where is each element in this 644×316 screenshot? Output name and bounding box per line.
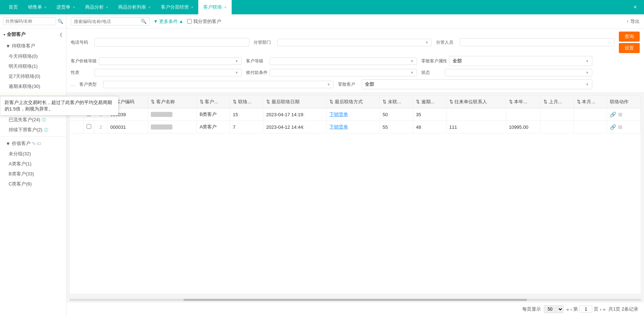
- close-all-button[interactable]: ×: [630, 4, 640, 10]
- close-product-list-icon[interactable]: ×: [148, 5, 150, 9]
- nav-sales-order[interactable]: 销售单 ×: [23, 0, 51, 14]
- page-input[interactable]: [579, 306, 592, 313]
- close-purchase-order-icon[interactable]: ×: [73, 5, 75, 9]
- nav-home[interactable]: 首页: [4, 0, 23, 14]
- search-wrap[interactable]: 🔍: [71, 17, 150, 25]
- nav-customer-contact[interactable]: 客户联络 ×: [198, 0, 231, 14]
- nav-customer-tier[interactable]: 客户分层经营 ×: [156, 0, 198, 14]
- query-button[interactable]: 查询: [619, 32, 640, 42]
- nav-product-analysis[interactable]: 商品分析 ×: [80, 0, 113, 14]
- sidebar-search-icon[interactable]: 🔍: [57, 19, 63, 24]
- page-size-select[interactable]: 50 20 100: [544, 305, 564, 313]
- scroll-thumb[interactable]: [184, 299, 527, 301]
- top-navigation: 首页 销售单 × 进货单 × 商品分析 × 商品分析列表 × 客户分层经营 × …: [0, 0, 644, 14]
- all-customers-section[interactable]: ▪ 全部客户 ❮: [0, 28, 66, 41]
- horizontal-scrollbar[interactable]: [66, 297, 644, 302]
- close-customer-contact-icon[interactable]: ×: [224, 5, 226, 9]
- filter-row-1: 电话号码 分管部门 ▼ 分管人员 ···: [71, 32, 640, 53]
- export-icon: ↑: [627, 19, 629, 24]
- first-page-btn[interactable]: «: [566, 307, 569, 312]
- customer-level-select[interactable]: ▼: [270, 57, 417, 65]
- export-button[interactable]: ↑ 导出: [627, 18, 640, 25]
- tag-icon[interactable]: 🏷: [37, 141, 41, 146]
- prev-page-btn[interactable]: ‹: [570, 307, 572, 312]
- overdue-no-contact[interactable]: 逾期未联络(30): [0, 81, 66, 91]
- status-select[interactable]: ▼: [445, 69, 592, 76]
- row2-more-icon[interactable]: ⊞: [618, 124, 622, 130]
- search-input[interactable]: [74, 19, 139, 24]
- row2-action-icons: 🔗 ⊞: [610, 124, 638, 130]
- row1-name-blurred: [151, 112, 172, 117]
- year-col-header[interactable]: ⇅ 本年...: [506, 96, 540, 108]
- edit-icon[interactable]: ✎: [32, 141, 36, 146]
- price-level-select[interactable]: ▼: [99, 57, 242, 65]
- dots-expand[interactable]: ...: [71, 81, 75, 87]
- close-product-analysis-icon[interactable]: ×: [106, 5, 108, 9]
- last-month-col-header[interactable]: ⇅ 上月...: [541, 96, 574, 108]
- company-contact-col-header[interactable]: ⇅ 往来单位联系人: [446, 96, 506, 108]
- close-sales-order-icon[interactable]: ×: [44, 5, 46, 9]
- my-customer-checkbox-wrap[interactable]: 我分管的客户: [187, 18, 221, 25]
- today-pending[interactable]: 今天待联络(0): [0, 51, 66, 61]
- this-month-col-header[interactable]: ⇅ 本月...: [574, 96, 607, 108]
- payment-select[interactable]: ▼: [270, 69, 417, 76]
- class-b-customers[interactable]: B类客户(33): [0, 169, 66, 179]
- search-icon[interactable]: 🔍: [141, 19, 147, 24]
- last-page-btn[interactable]: »: [603, 307, 606, 312]
- row2-link-icon[interactable]: 🔗: [610, 124, 616, 130]
- row2-select-checkbox[interactable]: [87, 124, 91, 129]
- row2-last-method[interactable]: 下销货单: [326, 121, 379, 133]
- info-icon-3[interactable]: ⓘ: [42, 118, 46, 122]
- person-select[interactable]: ···: [460, 38, 615, 46]
- more-conditions-btn[interactable]: ▼ 更多条件 ▲: [153, 18, 184, 25]
- row2-this-month: [574, 121, 607, 133]
- my-customer-checkbox[interactable]: [187, 19, 192, 24]
- scroll-track[interactable]: [69, 299, 641, 301]
- collapse-icon[interactable]: ❮: [59, 32, 62, 37]
- pending-contact-group[interactable]: ▼ 待联络客户: [0, 41, 66, 51]
- person-dots-icon[interactable]: ···: [608, 40, 611, 44]
- not-contacted-col-header[interactable]: ⇅ 未联...: [380, 96, 413, 108]
- row2-checkbox[interactable]: [84, 121, 94, 133]
- nav-purchase-order[interactable]: 进货单 ×: [51, 0, 80, 14]
- ungrouped[interactable]: 未分组(32): [0, 149, 66, 159]
- week-pending[interactable]: 近7天待联络(0): [0, 71, 66, 81]
- next-page-btn[interactable]: ›: [600, 307, 601, 312]
- tomorrow-pending[interactable]: 明天待联络(1): [0, 61, 66, 71]
- sidebar-search-bar[interactable]: 🔍: [0, 14, 66, 28]
- declining-customers[interactable]: 持续下滑客户(2) ⓘ: [0, 125, 66, 135]
- type-col-header[interactable]: ⇅ 客户...: [196, 96, 230, 108]
- overdue-col-header[interactable]: ⇅ 逾期...: [413, 96, 446, 108]
- action-buttons: 查询 设置: [619, 32, 640, 53]
- churned-customers[interactable]: 已流失客户(24) ⓘ: [0, 115, 66, 125]
- value-customers-group[interactable]: ▼ 价值客户 ✎ 🏷: [0, 138, 66, 149]
- nav-product-analysis-list[interactable]: 商品分析列表 ×: [113, 0, 156, 14]
- customer-table: ⚙ ⇅ 客户编码 ⇅ 客户名称: [70, 96, 641, 133]
- row2-code[interactable]: 000031: [107, 121, 148, 133]
- name-col-header[interactable]: ⇅ 客户名称: [148, 96, 196, 108]
- row1-link-icon[interactable]: 🔗: [610, 112, 616, 117]
- gender-select[interactable]: ▼: [94, 69, 242, 76]
- close-customer-tier-icon[interactable]: ×: [191, 5, 193, 9]
- row1-last-method[interactable]: 下销货单: [326, 108, 379, 121]
- caret-icon-7: ▼: [585, 71, 589, 75]
- row1-type: B类客户: [196, 108, 230, 121]
- settings-button[interactable]: 设置: [619, 43, 640, 53]
- class-a-customers[interactable]: A类客户(1): [0, 159, 66, 169]
- sort-icon-6: ⇅: [329, 99, 333, 104]
- info-icon-4[interactable]: ⓘ: [44, 128, 48, 132]
- contact-col-header[interactable]: ⇅ 联络...: [230, 96, 263, 108]
- sort-icon-4: ⇅: [233, 99, 237, 104]
- last-date-col-header[interactable]: ⇅ 最后联络日期: [263, 96, 326, 108]
- row1-last-month: [541, 108, 574, 121]
- retail-select[interactable]: 全部 ▼: [362, 79, 592, 89]
- dept-select[interactable]: ▼: [277, 39, 432, 46]
- customer-type-select[interactable]: ▼: [103, 81, 334, 88]
- sidebar-search-input[interactable]: [3, 17, 56, 25]
- last-method-col-header[interactable]: ⇅ 最后联络方式: [326, 96, 379, 108]
- retail-attr-select[interactable]: 全部 ▼: [449, 56, 592, 66]
- row1-more-icon[interactable]: ⊞: [618, 112, 622, 117]
- phone-input[interactable]: [94, 38, 249, 47]
- row2-type: A类客户: [196, 121, 230, 133]
- class-c-customers[interactable]: C类客户(6): [0, 179, 66, 189]
